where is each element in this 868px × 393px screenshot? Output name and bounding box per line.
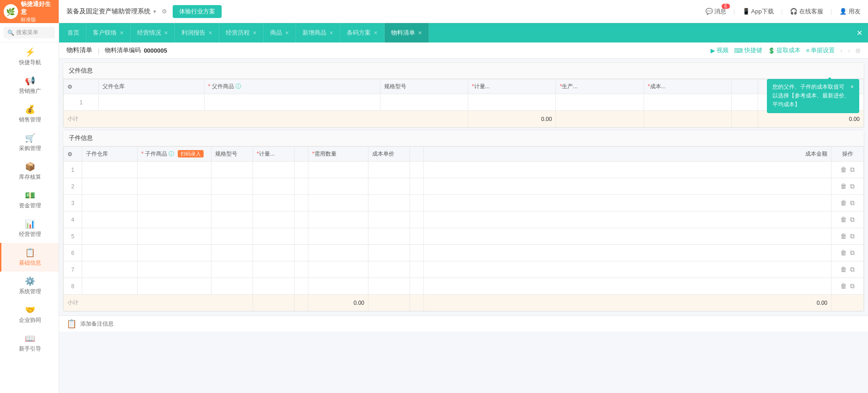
inventory-icon: 📦: [25, 162, 35, 172]
sidebar-item-enterprise[interactable]: 🤝 企业协同: [0, 300, 59, 329]
delete-row-button[interactable]: 🗑: [840, 249, 847, 256]
logo-line1: 畅捷通好生意: [21, 0, 55, 16]
copy-row-button[interactable]: ⧉: [850, 166, 855, 173]
parent-product-cell[interactable]: [204, 94, 380, 111]
child-col-gear[interactable]: ⚙: [64, 147, 82, 162]
parent-warehouse-cell[interactable]: [99, 94, 205, 111]
online-service-button[interactable]: 🎧 在线客服: [790, 7, 823, 16]
sidebar-item-finance[interactable]: 💵 资金管理: [0, 186, 59, 214]
topbar: 装备及固定资产辅助管理系统 ▾ ⚙ 体验行业方案 💬 消息 6 | 📱 App下…: [59, 0, 868, 23]
next-icon[interactable]: ›: [848, 47, 850, 54]
parent-table: ⚙ 父件仓库 * 父件商品 ⓘ 规格型号 *计量...: [63, 79, 864, 127]
child-qty-cell[interactable]: [308, 162, 368, 178]
sidebar-item-system[interactable]: ⚙️ 系统管理: [0, 272, 59, 300]
delete-row-button[interactable]: 🗑: [840, 182, 847, 190]
sidebar-item-sales[interactable]: 💰 销售管理: [0, 100, 59, 128]
tab-customer[interactable]: 客户联络 ✕: [86, 23, 131, 42]
tab-operations[interactable]: 经营情况 ✕: [131, 23, 175, 42]
copy-row-button[interactable]: ⧉: [850, 199, 855, 206]
user-button[interactable]: 👤 用友: [839, 7, 861, 16]
system-icon: ⚙️: [25, 276, 35, 286]
copy-row-button[interactable]: ⧉: [850, 282, 855, 290]
view-action[interactable]: ▶ 视频: [711, 46, 729, 54]
parent-spec-cell[interactable]: [380, 94, 468, 111]
copy-row-button[interactable]: ⧉: [850, 232, 855, 240]
sidebar-item-label: 经营管理: [19, 230, 41, 238]
tab-close-icon[interactable]: ✕: [164, 30, 168, 36]
tab-label: 新增商品: [302, 29, 326, 37]
sidebar-item-quick-nav[interactable]: ⚡ 快捷导航: [0, 42, 59, 71]
cost-action[interactable]: 💲 提取成本: [768, 46, 801, 54]
tab-close-icon[interactable]: ✕: [329, 30, 333, 36]
row-number: 6: [64, 245, 82, 261]
tab-close-icon[interactable]: ✕: [418, 30, 422, 36]
search-label: 搜索菜单: [16, 29, 38, 36]
sidebar-item-basic-info[interactable]: 📋 基础信息: [0, 243, 59, 272]
parent-col-cost: *成本...: [644, 79, 731, 94]
delete-row-button[interactable]: 🗑: [840, 266, 847, 273]
tab-new-product[interactable]: 新增商品 ✕: [296, 23, 340, 42]
delete-row-button[interactable]: 🗑: [840, 232, 847, 240]
table-row: 3 🗑 ⧉: [64, 195, 864, 212]
message-button[interactable]: 💬 消息 6: [705, 7, 726, 16]
settings-icon[interactable]: ⚙: [162, 8, 167, 15]
tab-bom[interactable]: 物料清单 ✕: [385, 23, 429, 42]
tab-close-icon[interactable]: ✕: [253, 30, 257, 36]
parent-col-unit: *计量...: [468, 79, 556, 94]
settings-action[interactable]: ≡ 单据设置: [806, 46, 835, 54]
tab-products[interactable]: 商品 ✕: [264, 23, 296, 42]
tabs-close-all[interactable]: ✕: [853, 29, 866, 37]
child-warehouse-cell[interactable]: [82, 162, 138, 178]
tab-barcode[interactable]: 条码方案 ✕: [340, 23, 385, 42]
parent-cost-cell[interactable]: [644, 94, 731, 111]
sidebar-item-guide[interactable]: 📖 新手引导: [0, 329, 59, 357]
tooltip-close-button[interactable]: ×: [850, 83, 854, 91]
delete-row-button[interactable]: 🗑: [840, 216, 847, 223]
tab-close-icon[interactable]: ✕: [374, 30, 378, 36]
copy-row-button[interactable]: ⧉: [850, 216, 855, 223]
copy-row-button[interactable]: ⧉: [850, 249, 855, 256]
child-subtotal-label: 小计: [64, 295, 253, 311]
child-col-spec: 规格型号: [211, 147, 253, 162]
basic-info-icon: 📋: [25, 248, 35, 258]
tab-label: 首页: [67, 29, 79, 37]
tab-profit[interactable]: 利润报告 ✕: [175, 23, 219, 42]
tab-close-icon[interactable]: ✕: [285, 30, 289, 36]
child-unit-cost-cell[interactable]: [368, 162, 410, 178]
row-number: 2: [64, 178, 82, 195]
child-section: 子件信息 ⚙ 子件仓库 * 子件商品 ⓘ 扫码录入 规格型号: [63, 130, 864, 312]
trial-button[interactable]: 体验行业方案: [173, 5, 222, 18]
shortcut-action[interactable]: ⌨ 快捷键: [734, 46, 762, 54]
copy-row-button[interactable]: ⧉: [850, 182, 855, 190]
delete-row-button[interactable]: 🗑: [840, 282, 847, 290]
system-title-text: 装备及固定资产辅助管理系统: [66, 7, 151, 16]
add-note-icon[interactable]: 📋: [66, 319, 77, 329]
parent-col-gear[interactable]: ⚙: [64, 79, 99, 94]
search-menu-button[interactable]: 🔍 搜索菜单: [4, 27, 55, 38]
prev-icon[interactable]: ‹: [840, 47, 842, 54]
sidebar-item-marketing[interactable]: 📢 营销推广: [0, 71, 59, 100]
expand-icon[interactable]: ⊞: [856, 47, 861, 54]
child-spec-cell[interactable]: [211, 162, 253, 178]
sidebar-item-inventory[interactable]: 📦 库存核算: [0, 157, 59, 186]
scan-badge[interactable]: 扫码录入: [178, 150, 204, 157]
child-unit-cell[interactable]: [253, 162, 295, 178]
sidebar-item-purchase[interactable]: 🛒 采购管理: [0, 128, 59, 157]
delete-row-button[interactable]: 🗑: [840, 199, 847, 206]
page-actions: ▶ 视频 ⌨ 快捷键 💲 提取成本 ≡ 单据设置 ‹ › ⊞: [711, 46, 861, 54]
add-note-label[interactable]: 添加备注信息: [80, 320, 114, 328]
child-product-cell[interactable]: [138, 162, 211, 178]
sidebar-item-operations[interactable]: 📊 经营管理: [0, 214, 59, 243]
tab-close-icon[interactable]: ✕: [120, 30, 124, 36]
copy-row-button[interactable]: ⧉: [850, 266, 855, 273]
finance-icon: 💵: [25, 190, 35, 200]
app-download-button[interactable]: 📱 App下载: [742, 7, 774, 16]
delete-row-button[interactable]: 🗑: [840, 166, 847, 173]
tab-history[interactable]: 经营历程 ✕: [219, 23, 264, 42]
parent-production-cell[interactable]: [556, 94, 644, 111]
cost-label: 提取成本: [777, 46, 801, 54]
sidebar-item-label: 系统管理: [19, 288, 41, 296]
tab-home[interactable]: 首页: [61, 23, 86, 42]
parent-unit-cell[interactable]: [468, 94, 556, 111]
tab-close-icon[interactable]: ✕: [208, 30, 212, 36]
